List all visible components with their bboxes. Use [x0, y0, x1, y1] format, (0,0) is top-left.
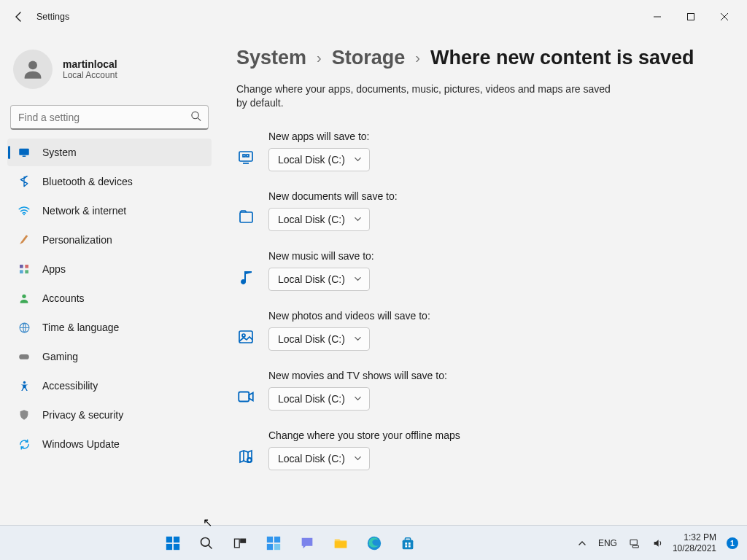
dropdown-value: Local Disk (C:) — [278, 393, 345, 405]
svg-line-30 — [208, 545, 212, 548]
content: System › Storage › Where new content is … — [219, 34, 747, 525]
breadcrumb-system[interactable]: System — [236, 47, 306, 69]
sidebar-item-label: Time & language — [42, 322, 119, 333]
explorer-button[interactable] — [326, 529, 355, 558]
chat-button[interactable] — [293, 529, 322, 558]
sidebar-item-apps[interactable]: Apps — [7, 255, 212, 283]
sidebar-item-time[interactable]: Time & language — [7, 314, 212, 341]
clock-date: 10/28/2021 — [673, 543, 716, 554]
music-location-dropdown[interactable]: Local Disk (C:) — [268, 268, 370, 291]
svg-rect-10 — [20, 270, 23, 273]
svg-rect-26 — [174, 536, 179, 542]
movies-location-dropdown[interactable]: Local Disk (C:) — [268, 387, 370, 411]
apps-save-icon — [236, 148, 255, 167]
setting-maps: Change where you store your offline maps… — [236, 429, 727, 470]
search-input[interactable] — [10, 105, 209, 130]
store-button[interactable] — [393, 529, 422, 558]
volume-tray-icon[interactable] — [649, 536, 667, 551]
sidebar-item-update[interactable]: Windows Update — [7, 430, 212, 458]
setting-apps: New apps will save to: Local Disk (C:) — [236, 131, 727, 171]
sidebar-item-system[interactable]: System — [7, 139, 212, 166]
svg-rect-40 — [405, 537, 410, 540]
taskbar-clock[interactable]: 1:32 PM 10/28/2021 — [673, 532, 716, 554]
breadcrumb-current: Where new content is saved — [430, 47, 694, 69]
brush-icon — [18, 233, 31, 246]
svg-rect-1 — [688, 14, 694, 20]
chevron-down-icon — [354, 273, 362, 285]
svg-rect-44 — [409, 545, 411, 547]
task-view-button[interactable] — [225, 529, 255, 558]
network-tray-icon[interactable] — [626, 536, 643, 551]
svg-rect-25 — [166, 536, 172, 542]
back-button[interactable] — [6, 4, 32, 30]
gamepad-icon — [18, 350, 31, 363]
sidebar-item-label: Accessibility — [42, 380, 98, 392]
sidebar-item-label: Accounts — [42, 292, 85, 304]
account-block[interactable]: martinlocal Local Account — [7, 42, 212, 102]
svg-rect-17 — [243, 155, 245, 157]
photos-location-dropdown[interactable]: Local Disk (C:) — [268, 327, 370, 351]
svg-rect-31 — [234, 539, 239, 548]
page-description: Change where your apps, documents, music… — [236, 82, 616, 110]
sidebar-item-privacy[interactable]: Privacy & security — [7, 401, 212, 429]
sidebar-item-bluetooth[interactable]: Bluetooth & devices — [7, 168, 212, 195]
photos-save-icon — [236, 327, 255, 346]
svg-rect-18 — [247, 155, 249, 157]
shield-icon — [18, 408, 31, 421]
bluetooth-icon — [18, 175, 31, 188]
svg-point-29 — [201, 537, 209, 546]
svg-rect-6 — [23, 156, 26, 158]
update-icon — [18, 438, 31, 451]
search-box[interactable] — [10, 105, 209, 130]
documents-location-dropdown[interactable]: Local Disk (C:) — [268, 208, 370, 231]
taskbar-search-button[interactable] — [192, 529, 221, 558]
sidebar-item-accounts[interactable]: Accounts — [7, 284, 212, 312]
setting-documents: New documents will save to: Local Disk (… — [236, 190, 727, 231]
sidebar: martinlocal Local Account System Bluetoo… — [0, 34, 219, 525]
chevron-down-icon — [354, 333, 362, 345]
sidebar-item-gaming[interactable]: Gaming — [7, 343, 212, 370]
svg-rect-23 — [239, 392, 249, 401]
sidebar-item-label: Apps — [42, 263, 66, 275]
svg-rect-41 — [405, 542, 407, 545]
svg-rect-20 — [240, 212, 252, 222]
dropdown-value: Local Disk (C:) — [278, 333, 345, 345]
documents-save-icon — [236, 208, 255, 227]
svg-rect-46 — [632, 545, 638, 548]
sidebar-item-label: Bluetooth & devices — [42, 176, 133, 187]
input-indicator[interactable]: ENG — [595, 537, 620, 550]
sidebar-item-accessibility[interactable]: Accessibility — [7, 372, 212, 400]
svg-rect-35 — [267, 543, 273, 549]
svg-rect-9 — [25, 265, 28, 268]
dropdown-value: Local Disk (C:) — [278, 453, 345, 464]
widgets-button[interactable] — [259, 529, 288, 558]
svg-rect-33 — [267, 536, 273, 542]
setting-photos: New photos and videos will save to: Loca… — [236, 310, 727, 351]
sidebar-item-network[interactable]: Network & internet — [7, 197, 212, 225]
svg-rect-11 — [25, 270, 28, 273]
start-button[interactable] — [158, 529, 187, 558]
system-tray: ENG 1:32 PM 10/28/2021 1 — [575, 532, 741, 554]
maps-location-dropdown[interactable]: Local Disk (C:) — [268, 447, 370, 470]
breadcrumb-storage[interactable]: Storage — [332, 47, 406, 69]
svg-rect-21 — [239, 331, 252, 343]
svg-point-15 — [23, 381, 25, 383]
notification-button[interactable]: 1 — [724, 536, 741, 551]
close-button[interactable] — [708, 5, 741, 28]
apps-location-dropdown[interactable]: Local Disk (C:) — [268, 148, 370, 171]
svg-point-22 — [242, 334, 245, 337]
svg-point-12 — [22, 295, 26, 298]
apps-icon — [18, 262, 31, 276]
maximize-button[interactable] — [674, 5, 708, 28]
svg-rect-32 — [241, 539, 246, 542]
sidebar-item-label: Gaming — [42, 351, 78, 362]
system-icon — [18, 146, 31, 159]
account-type: Local Account — [63, 70, 117, 80]
account-name: martinlocal — [63, 58, 117, 70]
edge-button[interactable] — [360, 529, 389, 558]
svg-rect-43 — [405, 545, 407, 547]
tray-overflow-button[interactable] — [575, 537, 589, 549]
svg-line-4 — [198, 118, 201, 121]
minimize-button[interactable] — [640, 5, 674, 28]
sidebar-item-personalization[interactable]: Personalization — [7, 226, 212, 254]
